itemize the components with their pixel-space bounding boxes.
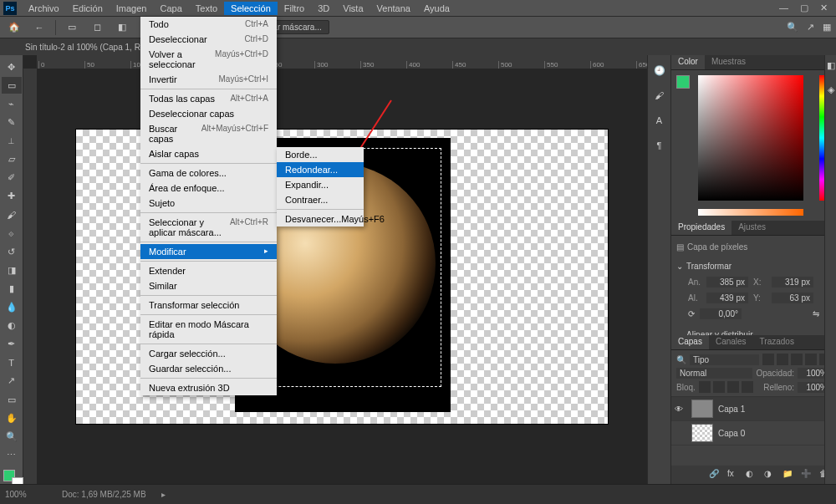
- lasso-tool[interactable]: ⌁: [2, 95, 22, 112]
- blend-mode-select[interactable]: Normal: [676, 368, 752, 379]
- filter-kind-select[interactable]: Tipo: [690, 354, 759, 365]
- history-brush-tool[interactable]: ↺: [2, 243, 22, 260]
- transform-section[interactable]: Transformar: [676, 258, 831, 274]
- edit-toolbar[interactable]: ⋯: [2, 446, 22, 463]
- frame-tool[interactable]: ▱: [2, 151, 22, 168]
- menu-3d[interactable]: 3D: [311, 2, 336, 15]
- move-tool[interactable]: ✥: [2, 59, 22, 75]
- filter-adjust-icon[interactable]: [777, 354, 788, 365]
- workspace-icon[interactable]: ▦: [823, 22, 831, 33]
- menu-item-sujeto[interactable]: Sujeto: [140, 196, 277, 211]
- maximize-button[interactable]: ▢: [800, 3, 808, 13]
- layer-fx-icon[interactable]: fx: [727, 469, 739, 481]
- rotation-value[interactable]: 0,00°: [700, 308, 742, 319]
- fg-swatch[interactable]: [676, 75, 690, 89]
- layer-row[interactable]: Capa 0: [671, 421, 836, 445]
- doc-info-arrow[interactable]: ▸: [161, 490, 166, 499]
- menu-item-nueva-extrusi-n-3d[interactable]: Nueva extrusión 3D: [140, 380, 277, 395]
- tab-color[interactable]: Color: [671, 55, 705, 69]
- menu-capa[interactable]: Capa: [153, 2, 188, 15]
- y-value[interactable]: 63 px: [772, 293, 813, 303]
- close-button[interactable]: ✕: [820, 3, 828, 13]
- menu-item--rea-de-enfoque-[interactable]: Área de enfoque...: [140, 181, 277, 196]
- tab-adjustments[interactable]: Ajustes: [732, 221, 772, 235]
- eraser-tool[interactable]: ◨: [2, 262, 22, 278]
- color-swatches-tool[interactable]: [3, 470, 20, 483]
- eyedropper-tool[interactable]: ✐: [2, 170, 22, 186]
- libraries-icon[interactable]: ◧: [827, 60, 835, 71]
- pen-tool[interactable]: ✒: [2, 336, 22, 353]
- menu-ventana[interactable]: Ventana: [370, 2, 417, 15]
- tab-layers[interactable]: Capas: [671, 335, 709, 349]
- new-group-icon[interactable]: 📁: [782, 469, 794, 481]
- width-value[interactable]: 385 px: [706, 277, 748, 288]
- filter-shape-icon[interactable]: [805, 354, 817, 365]
- menu-item-guardar-selecci-n-[interactable]: Guardar selección...: [140, 361, 277, 376]
- lock-position-icon[interactable]: [713, 381, 725, 393]
- menu-item-extender[interactable]: Extender: [140, 263, 277, 278]
- menu-vista[interactable]: Vista: [336, 2, 370, 15]
- menu-edición[interactable]: Edición: [66, 2, 110, 15]
- flip-h-icon[interactable]: ⇋: [813, 309, 819, 318]
- menu-imagen[interactable]: Imagen: [110, 2, 154, 15]
- history-panel-icon[interactable]: 🕘: [651, 62, 668, 79]
- tab-paths[interactable]: Trazados: [753, 335, 801, 349]
- home-icon[interactable]: 🏠: [5, 18, 23, 37]
- stamp-tool[interactable]: ⟐: [2, 225, 22, 242]
- menu-item-editar-en-modo-m-scara-r-pida[interactable]: Editar en modo Máscara rápida: [140, 317, 277, 342]
- submenu-item-contraer-[interactable]: Contraer...: [277, 192, 364, 207]
- path-tool[interactable]: ↗: [2, 373, 22, 389]
- menu-filtro[interactable]: Filtro: [278, 2, 311, 15]
- menu-item-invertir[interactable]: InvertirMayús+Ctrl+I: [140, 72, 277, 87]
- menu-item-deseleccionar-capas[interactable]: Deseleccionar capas: [140, 106, 277, 121]
- gradient-tool[interactable]: ▮: [2, 280, 22, 297]
- canvas-viewport[interactable]: [37, 69, 647, 484]
- layer-mask-icon[interactable]: ◐: [746, 469, 757, 481]
- tab-swatches[interactable]: Muestras: [705, 55, 752, 69]
- menu-texto[interactable]: Texto: [189, 2, 224, 15]
- blur-tool[interactable]: 💧: [2, 298, 22, 315]
- menu-ayuda[interactable]: Ayuda: [417, 2, 456, 15]
- menu-item-deseleccionar[interactable]: DeseleccionarCtrl+D: [140, 32, 277, 47]
- visibility-toggle[interactable]: 👁: [675, 405, 686, 414]
- menu-item-cargar-selecci-n-[interactable]: Cargar selección...: [140, 346, 277, 361]
- new-layer-icon[interactable]: ➕: [801, 469, 813, 481]
- brush-tool[interactable]: 🖌: [2, 206, 22, 223]
- hand-tool[interactable]: ✋: [2, 410, 22, 426]
- lock-pixels-icon[interactable]: [699, 381, 711, 393]
- quick-select-tool[interactable]: ✎: [2, 114, 22, 130]
- menu-item-volver-a-seleccionar[interactable]: Volver a seleccionarMayús+Ctrl+D: [140, 47, 277, 72]
- new-fill-icon[interactable]: ◑: [764, 469, 776, 481]
- menu-item-seleccionar-y-aplicar-m-scara-[interactable]: Seleccionar y aplicar máscara...Alt+Ctrl…: [140, 215, 277, 240]
- filter-type-icon[interactable]: [791, 354, 803, 365]
- type-tool[interactable]: T: [2, 354, 22, 371]
- selection-add-icon[interactable]: ◧: [113, 18, 131, 37]
- link-layers-icon[interactable]: 🔗: [709, 469, 721, 481]
- submenu-item-redondear-[interactable]: Redondear...: [277, 162, 364, 177]
- brush-panel-icon[interactable]: 🖌: [651, 87, 668, 104]
- healing-tool[interactable]: ✚: [2, 188, 22, 205]
- menu-item-buscar-capas[interactable]: Buscar capasAlt+Mayús+Ctrl+F: [140, 121, 277, 146]
- tab-properties[interactable]: Propiedades: [671, 221, 732, 235]
- comments-icon[interactable]: ◈: [828, 84, 834, 95]
- x-value[interactable]: 319 px: [772, 277, 813, 288]
- zoom-tool[interactable]: 🔍: [2, 428, 22, 445]
- submenu-item-desvanecer-[interactable]: Desvanecer...Mayús+F6: [277, 211, 364, 227]
- menu-archivo[interactable]: Archivo: [22, 2, 66, 15]
- menu-item-aislar-capas[interactable]: Aislar capas: [140, 146, 277, 161]
- lock-all-icon[interactable]: [742, 381, 753, 393]
- submenu-item-borde-[interactable]: Borde...: [277, 147, 364, 162]
- color-field[interactable]: [698, 75, 831, 216]
- menu-item-gama-de-colores-[interactable]: Gama de colores...: [140, 165, 277, 181]
- share-icon[interactable]: ↗: [807, 22, 814, 33]
- layer-row[interactable]: 👁Capa 1: [671, 397, 836, 421]
- marquee-tool[interactable]: ▭: [2, 77, 22, 94]
- search-icon[interactable]: 🔍: [787, 22, 798, 33]
- menu-item-modificar[interactable]: Modificar: [140, 244, 277, 259]
- crop-tool[interactable]: ⟂: [2, 132, 22, 149]
- dodge-tool[interactable]: ◐: [2, 318, 22, 334]
- menu-item-todas-las-capas[interactable]: Todas las capasAlt+Ctrl+A: [140, 91, 277, 106]
- lock-artboard-icon[interactable]: [727, 381, 739, 393]
- shape-tool[interactable]: ▭: [2, 391, 22, 408]
- paragraph-panel-icon[interactable]: ¶: [651, 137, 668, 154]
